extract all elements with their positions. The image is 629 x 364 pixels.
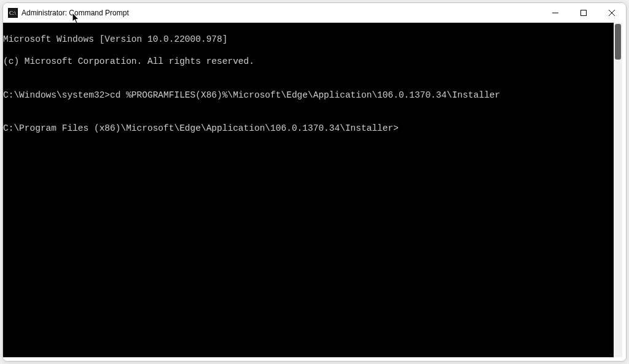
maximize-icon <box>580 9 587 18</box>
window-title: Administrator: Command Prompt <box>21 9 541 17</box>
terminal-output[interactable]: Microsoft Windows [Version 10.0.22000.97… <box>3 23 614 357</box>
command-prompt-window: C:\ Administrator: Command Prompt <box>2 2 627 362</box>
terminal-frame: Microsoft Windows [Version 10.0.22000.97… <box>3 23 626 361</box>
terminal-line: (c) Microsoft Corporation. All rights re… <box>3 56 614 67</box>
terminal-line: C:\Windows\system32>cd %PROGRAMFILES(X86… <box>3 90 614 101</box>
svg-rect-4 <box>581 10 587 15</box>
terminal-prompt-line: C:\Program Files (x86)\Microsoft\Edge\Ap… <box>3 123 614 134</box>
maximize-button[interactable] <box>569 3 598 23</box>
scrollbar-thumb[interactable] <box>615 24 621 60</box>
cmd-icon: C:\ <box>8 8 18 18</box>
window-controls <box>541 3 626 23</box>
svg-text:C:\: C:\ <box>9 10 17 16</box>
scrollbar[interactable] <box>614 23 622 357</box>
terminal-line: Microsoft Windows [Version 10.0.22000.97… <box>3 34 614 45</box>
close-icon <box>609 9 615 18</box>
close-button[interactable] <box>598 3 626 23</box>
minimize-button[interactable] <box>541 3 569 23</box>
minimize-icon <box>552 9 558 18</box>
titlebar[interactable]: C:\ Administrator: Command Prompt <box>3 3 626 23</box>
